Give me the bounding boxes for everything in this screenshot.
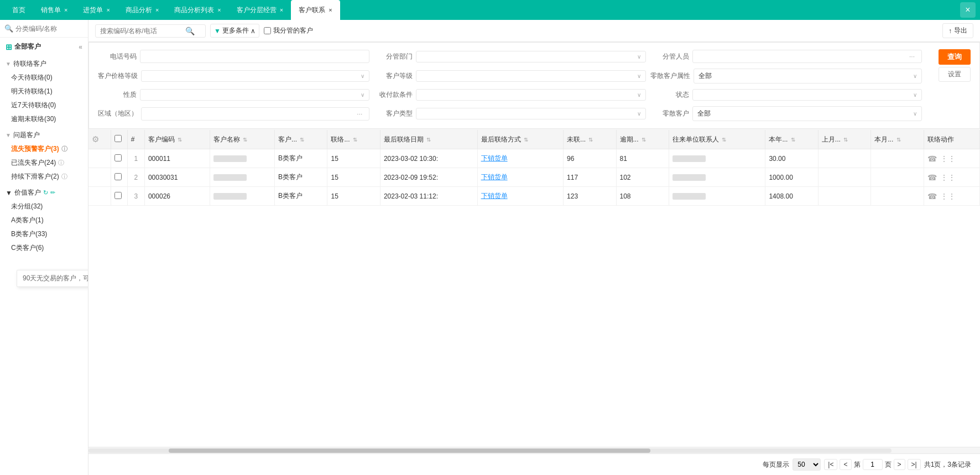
setting-button[interactable]: 设置 bbox=[939, 67, 971, 82]
more-filter-btn[interactable]: ▼ 更多条件 ∧ bbox=[210, 24, 259, 38]
filter-payment-select[interactable]: ∨ bbox=[416, 89, 645, 101]
manager-more-icon[interactable]: ··· bbox=[907, 53, 917, 60]
sort-nocontact-icon[interactable]: ⇅ bbox=[588, 137, 593, 143]
nav-purchase-close[interactable]: × bbox=[106, 7, 110, 13]
contact-icon-1[interactable]: ☎ bbox=[927, 173, 937, 182]
filter-dept-select[interactable]: ∨ bbox=[416, 51, 645, 62]
more-action-icon-1[interactable]: ⋮⋮ bbox=[940, 173, 956, 182]
nav-customer-tier-close[interactable]: × bbox=[280, 7, 283, 13]
sidebar-item-today[interactable]: 今天待联络(0) bbox=[0, 71, 88, 85]
filter-nature-select[interactable]: ∨ bbox=[140, 89, 369, 101]
more-action-icon-2[interactable]: ⋮⋮ bbox=[940, 192, 956, 201]
filter-region-select[interactable]: ··· bbox=[141, 107, 369, 121]
contact-icon-0[interactable]: ☎ bbox=[927, 154, 937, 163]
my-customers-checkbox[interactable] bbox=[264, 27, 271, 34]
sort-code-icon[interactable]: ⇅ bbox=[178, 137, 182, 143]
sort-thisyear-icon[interactable]: ⇅ bbox=[791, 137, 795, 143]
page-first-btn[interactable]: |< bbox=[824, 459, 837, 470]
nav-home[interactable]: 首页 bbox=[4, 0, 33, 20]
row-last-method-0[interactable]: 下销货单 bbox=[477, 149, 564, 168]
nav-close-all-btn[interactable]: × bbox=[960, 2, 976, 18]
sidebar-item-declining[interactable]: 持续下滑客户(2) ⓘ bbox=[0, 170, 88, 184]
nav-product-analysis-close[interactable]: × bbox=[155, 7, 159, 13]
row-last-method-1[interactable]: 下销货单 bbox=[477, 168, 564, 187]
sidebar-all-customers[interactable]: ⊞ 全部客户 « bbox=[0, 38, 88, 56]
nav-product-list-close[interactable]: × bbox=[217, 7, 221, 13]
page-next-btn[interactable]: > bbox=[894, 459, 905, 470]
sort-lastmonth-icon[interactable]: ⇅ bbox=[843, 137, 848, 143]
region-more-icon[interactable]: ··· bbox=[355, 110, 364, 118]
filter-customer-type-select[interactable]: ∨ bbox=[416, 108, 645, 119]
method-link-1[interactable]: 下销货单 bbox=[481, 173, 508, 181]
search-input[interactable] bbox=[100, 27, 183, 35]
sidebar-item-classB[interactable]: B类客户(33) bbox=[0, 227, 88, 241]
nav-product-analysis[interactable]: 商品分析 × bbox=[118, 0, 166, 20]
method-link-0[interactable]: 下销货单 bbox=[481, 154, 508, 162]
nav-sales[interactable]: 销售单 × bbox=[33, 0, 75, 20]
sidebar-collapse-icon[interactable]: « bbox=[79, 43, 82, 51]
filter-status-select[interactable]: ∨ bbox=[692, 89, 922, 101]
nav-customer-tier[interactable]: 客户分层经营 × bbox=[229, 0, 291, 20]
sort-name-icon[interactable]: ⇅ bbox=[243, 137, 247, 143]
sort-thismonth-icon[interactable]: ⇅ bbox=[896, 137, 901, 143]
sort-type-icon[interactable]: ⇅ bbox=[300, 137, 304, 143]
sidebar-item-overdue[interactable]: 逾期未联络(30) bbox=[0, 112, 88, 126]
export-btn[interactable]: ↑ 导出 bbox=[942, 23, 973, 38]
page-prev-btn[interactable]: < bbox=[840, 459, 851, 470]
query-button[interactable]: 查询 bbox=[939, 49, 971, 65]
refresh-icon[interactable]: ↻ bbox=[43, 189, 48, 196]
row-last-method-2[interactable]: 下销货单 bbox=[477, 187, 564, 206]
filter-price-level-select[interactable]: ∨ bbox=[141, 70, 369, 82]
edit-icon[interactable]: ✏ bbox=[50, 189, 55, 196]
my-customers-check[interactable]: 我分管的客户 bbox=[264, 26, 313, 35]
row-checkbox-2[interactable] bbox=[111, 187, 127, 206]
sort-overdue-icon[interactable]: ⇅ bbox=[642, 137, 646, 143]
sidebar-item-tomorrow[interactable]: 明天待联络(1) bbox=[0, 85, 88, 98]
nav-customer-contact[interactable]: 客户联系 × bbox=[291, 0, 340, 20]
filter-customer-level-select[interactable]: ∨ bbox=[416, 70, 645, 82]
row-check-0[interactable] bbox=[114, 154, 122, 161]
sort-method-icon[interactable]: ⇅ bbox=[524, 137, 528, 143]
horizontal-scrollbar[interactable] bbox=[88, 447, 980, 453]
sidebar-search-input[interactable] bbox=[15, 25, 88, 33]
nav-sales-close[interactable]: × bbox=[64, 7, 67, 13]
sidebar-item-classA[interactable]: A类客户(1) bbox=[0, 213, 88, 227]
more-action-icon-0[interactable]: ⋮⋮ bbox=[940, 154, 956, 163]
filter-retail-attr-select[interactable]: 全部 ∨ bbox=[694, 69, 922, 83]
sidebar-group-problem-title[interactable]: ▼ 问题客户 bbox=[0, 128, 88, 142]
select-all-checkbox[interactable] bbox=[114, 135, 122, 142]
filter-retail-select[interactable]: 全部 ∨ bbox=[692, 106, 922, 121]
sort-person-icon[interactable]: ⇅ bbox=[722, 137, 726, 143]
row-checkbox-0[interactable] bbox=[111, 149, 127, 168]
row-check-2[interactable] bbox=[114, 192, 122, 199]
page-input[interactable] bbox=[863, 459, 883, 470]
sidebar-item-churn-warning[interactable]: 流失预警客户(3) ⓘ bbox=[0, 142, 88, 156]
per-page-select[interactable]: 50 100 200 bbox=[793, 458, 821, 471]
sort-contact-icon[interactable]: ⇅ bbox=[353, 137, 357, 143]
method-link-2[interactable]: 下销货单 bbox=[481, 192, 508, 200]
sidebar-group-pending-title[interactable]: ▼ 待联络客户 bbox=[0, 57, 88, 71]
filter-phone-input[interactable] bbox=[140, 50, 369, 63]
col-this-year: 本年... ⇅ bbox=[765, 130, 818, 149]
sidebar-group-value-title[interactable]: ▼ 价值客户 ↻ ✏ bbox=[0, 186, 88, 200]
sidebar-item-7days[interactable]: 近7天待联络(0) bbox=[0, 98, 88, 112]
nav-sales-label: 销售单 bbox=[41, 6, 61, 15]
filter-manager-select[interactable]: ··· bbox=[692, 50, 922, 63]
gear-icon[interactable]: ⚙ bbox=[92, 134, 99, 144]
contact-icon-2[interactable]: ☎ bbox=[927, 192, 937, 201]
sidebar-item-churned[interactable]: 已流失客户(24) ⓘ bbox=[0, 156, 88, 170]
sidebar-item-classC[interactable]: C类客户(6) bbox=[0, 241, 88, 255]
row-checkbox-1[interactable] bbox=[111, 168, 127, 187]
nav-purchase[interactable]: 进货单 × bbox=[75, 0, 117, 20]
scrollbar-thumb[interactable] bbox=[169, 448, 650, 453]
filter-customer-level: 客户等级 ∨ bbox=[374, 70, 645, 82]
nav-product-list[interactable]: 商品分析列表 × bbox=[166, 0, 228, 20]
sort-date-icon[interactable]: ⇅ bbox=[426, 137, 431, 143]
page-last-btn[interactable]: >| bbox=[908, 459, 921, 470]
nav-customer-contact-close[interactable]: × bbox=[329, 7, 332, 13]
row-check-1[interactable] bbox=[114, 173, 122, 180]
sidebar-item-ungroup[interactable]: 未分组(32) bbox=[0, 200, 88, 213]
sidebar-group-problem: ▼ 问题客户 流失预警客户(3) ⓘ 90天无交易的客户，可能有流失风险。 已流… bbox=[0, 127, 88, 185]
filter-retail-label: 零散客户 bbox=[650, 109, 689, 118]
search-submit-icon[interactable]: 🔍 bbox=[185, 27, 195, 35]
